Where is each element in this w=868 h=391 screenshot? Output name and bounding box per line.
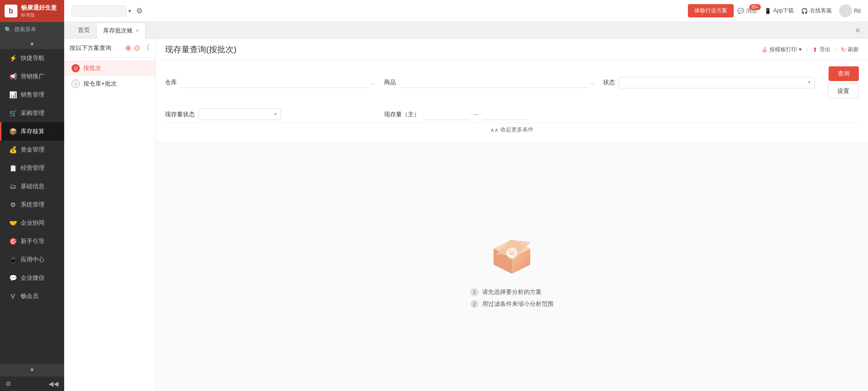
divider-2: | xyxy=(835,46,836,53)
sidebar-item-system[interactable]: ⚙ 系统管理 xyxy=(0,196,64,214)
sidebar-collapse-button[interactable]: ◀◀ xyxy=(49,380,59,387)
scroll-down-button[interactable]: ▼ xyxy=(0,364,64,376)
left-panel: 按以下方案查询 ⊕ ⊙ 《 ⊙ 按批次 xyxy=(64,38,156,391)
plus-icon: ⊕ xyxy=(125,43,131,52)
scheme-settings-button[interactable]: ⊙ xyxy=(134,43,140,52)
left-panel-title: 按以下方案查询 xyxy=(70,44,111,52)
collapse-label: 收起更多条件 xyxy=(500,126,533,134)
tab-inventory-batch[interactable]: 库存批次账 × xyxy=(96,22,146,38)
online-service-action[interactable]: 🎧 在线客服 xyxy=(801,7,832,15)
add-scheme-button[interactable]: ⊕ xyxy=(125,43,131,52)
phone-icon: 📱 xyxy=(764,8,771,14)
hint-text-1: 请先选择要分析的方案 xyxy=(482,288,542,296)
avatar xyxy=(839,5,852,17)
stock-qty-max-input[interactable] xyxy=(483,109,528,120)
tab-close-button[interactable]: × xyxy=(136,28,139,33)
scheme-item-batch-label: 按批次 xyxy=(83,64,101,72)
sidebar-item-label: 经营管理 xyxy=(21,164,44,172)
messages-action[interactable]: 💬 消息 99+ xyxy=(737,7,757,15)
gear-icon: ⚙ xyxy=(136,6,143,15)
topbar-right: 💬 消息 99+ 📱 App下载 🎧 在线客服 Rit xyxy=(737,5,861,17)
topbar: ▾ ⚙ 体验行业方案 💬 消息 99+ 📱 App下载 🎧 在线客服 Rit xyxy=(64,0,868,22)
tab-home[interactable]: 首页 xyxy=(71,22,96,38)
scheme-item-warehouse-batch[interactable]: ⊙ 按仓库+批次 xyxy=(64,76,155,92)
sidebar-item-newbie[interactable]: 🎯 新手引导 xyxy=(0,232,64,250)
export-button[interactable]: ⬆ 导出 xyxy=(813,46,830,54)
divider-1: | xyxy=(806,46,808,53)
warehouse-more-button[interactable]: ... xyxy=(369,80,377,85)
collapse-more-conditions-button[interactable]: ∧∧ 收起更多条件 xyxy=(165,123,859,136)
sidebar-item-operations[interactable]: 📋 经营管理 xyxy=(0,159,64,177)
page-header: 现存量查询(按批次) 🖨 按模板打印 ▾ | ⬆ 导出 | ↻ xyxy=(156,38,868,61)
sidebar-item-purchase[interactable]: 🛒 采购管理 xyxy=(0,104,64,122)
message-icon: 💬 xyxy=(737,8,744,14)
sidebar-item-collab[interactable]: 🤝 企业协同 xyxy=(0,214,64,232)
sidebar-search[interactable]: 🔍 搜索菜单 xyxy=(0,22,64,37)
svg-point-6 xyxy=(513,251,514,252)
sidebar-item-finance[interactable]: 💰 资金管理 xyxy=(0,141,64,159)
status-select[interactable] xyxy=(619,77,815,88)
print-icon: 🖨 xyxy=(762,46,768,53)
sidebar-item-label: 营销推广 xyxy=(21,72,44,81)
app-download-action[interactable]: 📱 App下载 xyxy=(764,7,794,15)
sidebar-item-label: 库存核算 xyxy=(21,127,44,136)
stock-status-select[interactable] xyxy=(198,109,281,120)
empty-hints: 1 请先选择要分析的方案 2 用过滤条件来缩小分析范围 xyxy=(470,288,554,308)
sidebar-item-label: 企业协同 xyxy=(21,219,44,227)
empty-state: 1 请先选择要分析的方案 2 用过滤条件来缩小分析范围 xyxy=(156,142,868,391)
username: Rit xyxy=(854,8,861,14)
stock-qty-min-input[interactable] xyxy=(423,109,469,120)
scroll-up-button[interactable]: ▲ xyxy=(0,37,64,49)
sidebar-item-apps[interactable]: 📱 应用中心 xyxy=(0,250,64,269)
topbar-search-area: ▾ ⚙ xyxy=(71,5,684,17)
collab-icon: 🤝 xyxy=(9,219,17,227)
topbar-gear-button[interactable]: ⚙ xyxy=(133,5,146,17)
sidebar-item-label: 系统管理 xyxy=(21,201,44,209)
topbar-search-input[interactable] xyxy=(71,5,126,16)
apps-icon: 📱 xyxy=(9,255,17,264)
sidebar-item-inventory[interactable]: 📦 库存核算 xyxy=(0,122,64,141)
newbie-icon: 🎯 xyxy=(9,237,17,245)
scheme-item-batch[interactable]: ⊙ 按批次 xyxy=(64,60,155,76)
query-button[interactable]: 查询 xyxy=(829,66,859,81)
goods-field: 商品 ... xyxy=(384,77,596,88)
topbar-dropdown-button[interactable]: ▾ xyxy=(128,8,131,14)
sidebar-item-marketing[interactable]: 📢 营销推广 xyxy=(0,67,64,86)
tab-close-all-button[interactable]: ✕ xyxy=(855,26,861,34)
search-icon: 🔍 xyxy=(5,27,11,33)
sidebar-item-shortcuts[interactable]: ⚡ 快捷导航 xyxy=(0,49,64,67)
tab-home-label: 首页 xyxy=(78,26,90,34)
page-header-actions: 🖨 按模板打印 ▾ | ⬆ 导出 | ↻ 刷新 xyxy=(762,46,859,54)
sidebar-item-wechat[interactable]: 💬 企业微信 xyxy=(0,269,64,287)
export-icon: ⬆ xyxy=(813,46,818,53)
refresh-button[interactable]: ↻ 刷新 xyxy=(841,46,859,54)
goods-more-button[interactable]: ... xyxy=(588,80,596,85)
app-title-area: 畅康通好生意 标准版 xyxy=(21,4,57,18)
sidebar-item-vip[interactable]: V 畅会员 xyxy=(0,287,64,305)
collapse-panel-button[interactable]: 《 xyxy=(143,43,150,53)
print-label: 按模板打印 xyxy=(769,46,797,54)
chevron-up-icon: ∧∧ xyxy=(490,127,499,133)
print-template-button[interactable]: 🖨 按模板打印 ▾ xyxy=(762,46,802,54)
app-version: 标准版 xyxy=(21,12,57,18)
empty-state-illustration xyxy=(484,226,539,281)
search-label: 搜索菜单 xyxy=(14,26,36,33)
sidebar-settings-button[interactable]: ⚙ xyxy=(5,380,11,387)
user-action[interactable]: Rit xyxy=(839,5,861,17)
filter-settings-button[interactable]: 设置 xyxy=(828,84,859,98)
marketing-icon: 📢 xyxy=(9,72,17,81)
goods-input[interactable] xyxy=(400,77,588,88)
system-icon: ⚙ xyxy=(9,201,17,209)
empty-hint-1: 1 请先选择要分析的方案 xyxy=(470,288,554,296)
filter-area: 仓库 ... 商品 ... 状态 xyxy=(156,61,868,142)
hint-num-1: 1 xyxy=(470,288,478,296)
sidebar: b 畅康通好生意 标准版 🔍 搜索菜单 ▲ ⚡ 快捷导航 📢 营销推广 📊 销售… xyxy=(0,0,64,391)
sidebar-item-label: 资金管理 xyxy=(21,146,44,154)
sidebar-item-basics[interactable]: 🗂 基础信息 xyxy=(0,177,64,196)
filter-row-2: 现存量状态 现存量（主） — xyxy=(165,109,859,120)
industry-experience-button[interactable]: 体验行业方案 xyxy=(688,4,734,17)
warehouse-input[interactable] xyxy=(181,77,369,88)
sidebar-item-sales[interactable]: 📊 销售管理 xyxy=(0,86,64,104)
vip-icon: V xyxy=(9,292,17,300)
tab-active-label: 库存批次账 xyxy=(103,27,133,35)
